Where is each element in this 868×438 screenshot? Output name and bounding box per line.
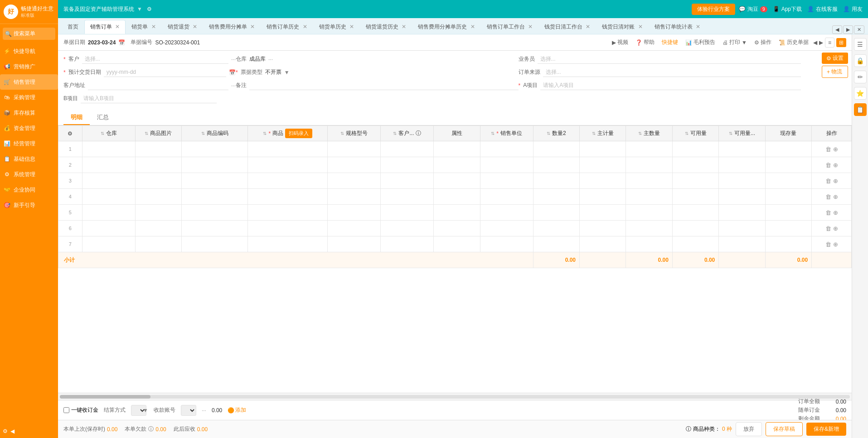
next-doc-button[interactable]: ▶	[819, 39, 823, 46]
sidebar-nav-item-guide[interactable]: 🎯 新手引导	[0, 197, 58, 213]
scan-input-button[interactable]: 扫码录入	[285, 129, 312, 138]
settings-icon[interactable]: ⚙	[3, 428, 8, 434]
customer-more-icon[interactable]: ···	[231, 56, 236, 63]
copy-row-icon[interactable]: ⊕	[833, 162, 838, 168]
search-menu-button[interactable]: 🔍 搜索菜单	[3, 28, 55, 40]
shortcut-button[interactable]: 快捷键	[659, 37, 681, 48]
delete-row-icon[interactable]: 🗑	[825, 241, 831, 248]
sidebar-nav-item-operations[interactable]: 📊 经营管理	[0, 136, 58, 151]
delivery-date-input[interactable]	[104, 67, 226, 77]
tab-order-workbench[interactable]: 销售订单工作台 ✕	[481, 20, 538, 34]
tab-sales-invoice[interactable]: 销货单 ✕	[126, 20, 161, 34]
grid-view-button[interactable]: ≡	[825, 38, 834, 48]
delete-row-icon[interactable]: 🗑	[825, 225, 831, 232]
sidebar-nav-item-sales[interactable]: 🛒 销售管理	[0, 74, 58, 90]
save-new-button[interactable]: 保存&新增	[806, 423, 846, 436]
print-button[interactable]: 🖨 打印 ▼	[720, 37, 750, 48]
order-source-input[interactable]	[543, 67, 801, 77]
copy-row-icon[interactable]: ⊕	[833, 209, 838, 216]
right-panel-btn-5[interactable]: 📋	[854, 103, 867, 116]
warehouse-more-icon[interactable]: ···	[268, 56, 273, 63]
sidebar-nav-item-marketing[interactable]: 📢 营销推广	[0, 59, 58, 74]
customer-address-input[interactable]	[88, 81, 228, 90]
copy-row-icon[interactable]: ⊕	[833, 178, 838, 184]
settings-gear-icon[interactable]: ⚙	[147, 6, 152, 12]
tab-cash-workbench[interactable]: 钱货日清工作台 ✕	[538, 20, 596, 34]
delete-row-icon[interactable]: 🗑	[825, 162, 831, 168]
sort-icon-11[interactable]: ⇅	[685, 131, 689, 136]
discard-button[interactable]: 放弃	[736, 422, 762, 436]
sidebar-nav-item-finance[interactable]: 💰 资金管理	[0, 120, 58, 136]
sort-icon-9[interactable]: ⇅	[592, 131, 596, 136]
horizontal-scrollbar[interactable]	[58, 393, 852, 400]
right-panel-btn-2[interactable]: 🔒	[854, 54, 867, 67]
payment-dropdown-icon[interactable]: ▼	[143, 407, 148, 414]
tab-cash-workbench-close[interactable]: ✕	[586, 24, 590, 30]
tab-prev-button[interactable]: ◀	[832, 25, 842, 34]
copy-row-icon[interactable]: ⊕	[833, 225, 838, 232]
video-button[interactable]: ▶ 视频	[609, 37, 631, 48]
right-panel-btn-3[interactable]: ✏	[854, 71, 867, 83]
sub-tab-detail[interactable]: 明细	[63, 111, 90, 125]
tab-stats-close[interactable]: ✕	[696, 24, 700, 30]
tab-menu-button[interactable]: ✕	[854, 25, 864, 34]
tab-stats[interactable]: 销售订单统计表 ✕	[649, 20, 706, 34]
tab-return-history[interactable]: 销货退货历史 ✕	[360, 20, 412, 34]
sub-tab-summary[interactable]: 汇总	[90, 111, 116, 125]
sidebar-nav-item-inventory[interactable]: 📦 库存核算	[0, 105, 58, 120]
copy-row-icon[interactable]: ⊕	[833, 193, 838, 200]
sidebar-nav-item-quick[interactable]: ⚡ 快捷导航	[0, 43, 58, 59]
sort-icon-2[interactable]: ⇅	[145, 131, 148, 136]
online-service-btn[interactable]: 👤 在线客服	[807, 5, 838, 13]
right-panel-btn-4[interactable]: ⭐	[854, 87, 867, 100]
tab-return-history-close[interactable]: ✕	[402, 24, 406, 30]
customer-input[interactable]	[82, 54, 228, 64]
one-click-order-checkbox[interactable]: 一键收订金	[63, 406, 98, 414]
salesperson-input[interactable]	[538, 54, 801, 64]
user-menu-btn[interactable]: 👤 用友	[843, 5, 863, 13]
sort-icon-4[interactable]: ⇅	[263, 131, 267, 136]
settings-button[interactable]: ⚙ ⚙ 设置 设置	[822, 53, 848, 64]
remarks-input[interactable]	[249, 81, 519, 90]
tao-dou-btn[interactable]: 💬 淘豆 9	[739, 5, 767, 13]
tab-sales-order-close[interactable]: ✕	[115, 24, 120, 30]
delete-row-icon[interactable]: 🗑	[825, 209, 831, 216]
right-panel-btn-1[interactable]: ☰	[854, 38, 867, 51]
tab-invoice-history[interactable]: 销货单历史 ✕	[313, 20, 360, 34]
tab-sales-order[interactable]: 销售订单 ✕	[84, 20, 126, 34]
col-settings[interactable]: ⚙	[58, 126, 82, 141]
tab-sales-invoice-close[interactable]: ✕	[151, 24, 156, 30]
tab-order-workbench-close[interactable]: ✕	[528, 24, 533, 30]
tab-reconcile[interactable]: 钱货日清对账 ✕	[596, 20, 648, 34]
tab-next-button[interactable]: ▶	[843, 25, 853, 34]
sort-icon-8[interactable]: ⇅	[547, 131, 550, 136]
table-settings-icon[interactable]: ⚙	[68, 130, 73, 137]
tab-expense-history-close[interactable]: ✕	[470, 24, 475, 30]
sidebar-nav-item-system[interactable]: ⚙ 系统管理	[0, 167, 58, 182]
experience-solution-button[interactable]: 体验行业方案	[692, 4, 735, 15]
sort-icon-7[interactable]: ⇅	[491, 131, 495, 136]
tab-expense-split[interactable]: 销售费用分摊单 ✕	[203, 20, 261, 34]
add-logistics-button[interactable]: + 物流	[822, 66, 848, 78]
a-project-input[interactable]	[540, 81, 801, 90]
tab-sales-return-close[interactable]: ✕	[193, 24, 197, 30]
sidebar-nav-item-collab[interactable]: 🤝 企业协同	[0, 182, 58, 197]
calendar-icon[interactable]: 📅	[118, 39, 125, 46]
copy-row-icon[interactable]: ⊕	[833, 146, 838, 153]
account-select[interactable]	[181, 405, 196, 416]
tab-reconcile-close[interactable]: ✕	[638, 24, 643, 30]
invoice-dropdown-icon[interactable]: ▼	[284, 69, 290, 76]
profit-button[interactable]: 📊 毛利预告	[683, 37, 718, 48]
one-click-checkbox-input[interactable]	[63, 407, 69, 413]
tab-sales-return[interactable]: 销货退货 ✕	[162, 20, 203, 34]
sort-icon-6[interactable]: ⇅	[393, 131, 397, 136]
history-button[interactable]: 📜 历史单据	[776, 37, 811, 48]
sidebar-nav-item-base[interactable]: 📋 基础信息	[0, 151, 58, 167]
sort-icon-12[interactable]: ⇅	[729, 131, 732, 136]
sidebar-nav-item-purchase[interactable]: 🛍 采购管理	[0, 90, 58, 105]
delete-row-icon[interactable]: 🗑	[825, 193, 831, 200]
tab-order-history-close[interactable]: ✕	[303, 24, 307, 30]
operation-button[interactable]: ⚙ 操作	[752, 37, 774, 48]
sort-icon-3[interactable]: ⇅	[201, 131, 205, 136]
add-payment-button[interactable]: 🟠 添加	[228, 406, 246, 414]
